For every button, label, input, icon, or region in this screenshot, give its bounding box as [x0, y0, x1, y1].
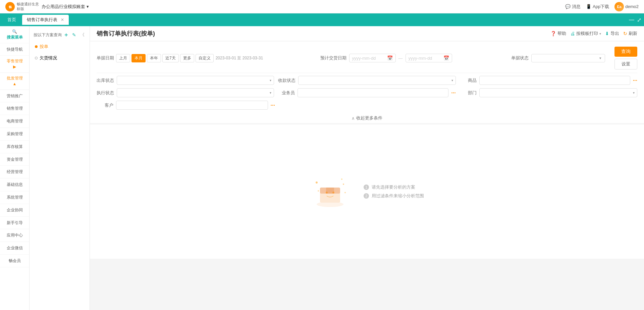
sidebar-item-search-menu[interactable]: 🔍 搜索菜单 — [0, 26, 29, 43]
app-download-button[interactable]: 📱 App下载 — [586, 4, 609, 10]
svg-point-6 — [316, 182, 318, 184]
breadcrumb-text: 办公用品行业模拟账套 — [42, 4, 85, 10]
refresh-button[interactable]: ↻ 刷新 — [623, 31, 637, 37]
doc-status-select[interactable]: ▾ — [531, 54, 605, 62]
filter-cell-receipt: 收款状态 ▾ — [278, 76, 455, 85]
sidebar-item-appcenter[interactable]: 应用中心 — [0, 229, 29, 242]
breadcrumb-chevron-icon: ▾ — [87, 4, 89, 9]
page-header: 销售订单执行表(按单) ❓ 帮助 🖨 按模板打印 ▾ ⬇ 导出 ↻ 刷新 — [90, 26, 644, 41]
sidebar-item-corpwechat[interactable]: 企业微信 — [0, 242, 29, 255]
sidebar-item-operations[interactable]: 经营管理 — [0, 166, 29, 178]
customer-label: 客户 — [97, 102, 113, 108]
message-icon: 💬 — [565, 4, 571, 9]
sidebar-item-finance[interactable]: 资金管理 — [0, 153, 29, 166]
tab-sales-exec-label: 销售订单执行表 — [27, 17, 57, 23]
action-buttons: 查询 设置 — [614, 47, 637, 69]
date-btn-this-month[interactable]: 本月 — [131, 54, 146, 62]
add-scheme-button[interactable]: ＋ — [63, 32, 69, 38]
salesperson-dots-icon[interactable]: ··· — [451, 90, 455, 96]
sidebar-item-retail[interactable]: 零售管理 ▶ — [0, 56, 29, 73]
scheme-label-按单: 按单 — [40, 44, 48, 50]
collapse-panel-button[interactable]: 《 — [79, 32, 86, 38]
tab-sales-exec[interactable]: 销售订单执行表 ✕ — [22, 15, 69, 25]
breadcrumb[interactable]: 办公用品行业模拟账套 ▾ — [42, 4, 89, 10]
page-title: 销售订单执行表(按单) — [97, 30, 155, 38]
delivery-date-to-input[interactable] — [409, 56, 442, 61]
chevron-right-icon: ▶ — [13, 64, 16, 70]
sidebar-item-basic[interactable]: 基础信息 — [0, 178, 29, 191]
print-button[interactable]: 🖨 按模板打印 ▾ — [570, 31, 601, 37]
export-button[interactable]: ⬇ 导出 — [605, 31, 619, 37]
left-panel-item-按单[interactable]: 按单 — [30, 41, 90, 52]
svg-point-9 — [318, 190, 319, 192]
filter-cell-dept: 部门 ▾ — [460, 88, 637, 97]
dept-label: 部门 — [460, 90, 477, 96]
hint-1: 1 请先选择要分析的方案 — [364, 184, 424, 190]
hint-number-2: 2 — [364, 193, 369, 199]
sidebar-item-wholesale[interactable]: 批发管理 ▲ — [0, 73, 29, 90]
svg-point-12 — [332, 192, 334, 194]
tab-home[interactable]: 首页 — [3, 15, 21, 25]
date-range-divider: — — [398, 56, 403, 61]
collapse-button[interactable]: ∧ 收起更多条件 — [97, 113, 637, 122]
divider-1 — [97, 73, 637, 73]
user-menu[interactable]: Ea demo2 — [614, 2, 639, 11]
tab-close-icon[interactable]: ✕ — [61, 17, 64, 22]
delivery-date-from-input[interactable] — [352, 56, 386, 61]
minimize-button[interactable]: — — [629, 17, 634, 23]
tab-home-label: 首页 — [7, 17, 16, 23]
sidebar-item-marketing[interactable]: 营销推广 — [0, 90, 29, 103]
sidebar-item-quick-nav[interactable]: 快捷导航 — [0, 43, 29, 56]
date-btn-this-year[interactable]: 本年 — [147, 54, 161, 62]
calendar-icon-from[interactable]: 📅 — [387, 55, 393, 61]
svg-point-7 — [343, 184, 344, 185]
help-button[interactable]: ❓ 帮助 — [550, 31, 566, 37]
date-btn-last-month[interactable]: 上月 — [116, 54, 130, 62]
empty-state: 1 请先选择要分析的方案 2 用过滤条件来缩小分析范围 — [310, 171, 424, 212]
left-panel: 按以下方案查询 ＋ ✎ 《 按单 欠货情况 — [30, 26, 90, 310]
sidebar-item-member[interactable]: 畅会员 — [0, 255, 29, 267]
settings-button[interactable]: 设置 — [614, 59, 637, 69]
calendar-icon-to[interactable]: 📅 — [443, 55, 449, 61]
svg-point-10 — [344, 192, 346, 193]
exec-select[interactable] — [117, 88, 274, 97]
scheme-label-欠货情况: 欠货情况 — [40, 55, 57, 61]
outbound-label: 出库状态 — [97, 78, 114, 84]
customer-input[interactable] — [116, 101, 268, 110]
date-btn-more[interactable]: 更多 — [180, 54, 194, 62]
chevron-up-icon: ▲ — [13, 81, 17, 87]
filter-cell-goods: 商品 ··· — [460, 76, 637, 85]
outbound-select[interactable] — [117, 76, 274, 85]
goods-input[interactable] — [479, 76, 630, 85]
messages-button[interactable]: 💬 消息 — [565, 4, 581, 10]
svg-text:畅: 畅 — [9, 5, 12, 9]
sidebar-item-enterprise[interactable]: 企业协同 — [0, 204, 29, 217]
filter-cell-customer: 客户 ··· — [97, 101, 275, 110]
goods-dots-icon[interactable]: ··· — [633, 78, 637, 84]
left-panel-title: 按以下方案查询 — [34, 32, 62, 38]
dept-select[interactable] — [479, 88, 637, 97]
maximize-button[interactable]: ⤢ — [637, 17, 641, 23]
sidebar-item-newbie[interactable]: 新手引导 — [0, 217, 29, 229]
query-button[interactable]: 查询 — [614, 47, 637, 57]
filter-cell-exec: 执行状态 ▾ — [97, 88, 274, 97]
sidebar-item-ecommerce[interactable]: 电商管理 — [0, 115, 29, 128]
goods-label: 商品 — [460, 78, 477, 84]
date-btn-7days[interactable]: 近7天 — [162, 54, 179, 62]
customer-dots-icon[interactable]: ··· — [271, 102, 275, 108]
left-panel-item-欠货情况[interactable]: 欠货情况 — [30, 52, 90, 64]
delivery-date-to-wrap[interactable]: 📅 — [406, 54, 452, 62]
help-icon: ❓ — [550, 31, 556, 36]
doc-status-label: 单据状态 — [508, 55, 529, 61]
sidebar-item-sales[interactable]: 销售管理 — [0, 102, 29, 115]
export-icon: ⬇ — [605, 31, 609, 36]
delivery-date-from-wrap[interactable]: 📅 — [349, 54, 396, 62]
receipt-select[interactable] — [298, 76, 455, 85]
sidebar-item-system[interactable]: 系统管理 — [0, 191, 29, 204]
header-left: 畅 畅捷通好生意 标版 办公用品行业模拟账套 ▾ — [5, 2, 89, 11]
sidebar-item-inventory[interactable]: 库存核算 — [0, 141, 29, 153]
date-btn-custom[interactable]: 自定义 — [196, 54, 214, 62]
salesperson-input[interactable] — [298, 88, 448, 97]
sidebar-item-purchase[interactable]: 采购管理 — [0, 128, 29, 141]
edit-scheme-button[interactable]: ✎ — [71, 32, 77, 38]
